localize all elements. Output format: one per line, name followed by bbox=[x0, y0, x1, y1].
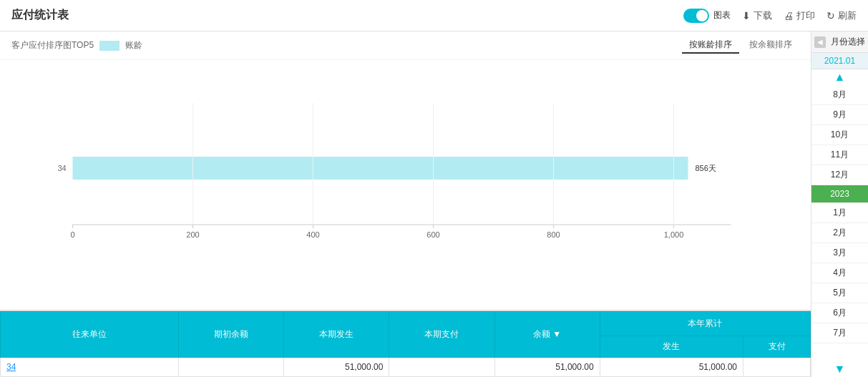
col-current-occur: 本期发生 bbox=[284, 312, 389, 358]
svg-text:800: 800 bbox=[547, 230, 560, 239]
sidebar-month-item[interactable]: 10月 bbox=[811, 125, 868, 145]
sidebar-month-item[interactable]: 8月 bbox=[811, 85, 868, 105]
col-ytd: 本年累计 bbox=[600, 312, 810, 336]
sidebar-nav-up[interactable]: ▲ bbox=[811, 69, 868, 85]
cell-current-pay bbox=[389, 358, 494, 377]
sidebar-month-item[interactable]: 4月 bbox=[811, 263, 868, 283]
sidebar-month-item[interactable]: 11月 bbox=[811, 145, 868, 165]
refresh-button[interactable]: ↻ 刷新 bbox=[826, 9, 857, 22]
col-opening: 期初余额 bbox=[179, 312, 284, 358]
print-button[interactable]: 🖨 打印 bbox=[784, 9, 815, 22]
sidebar-collapse-button[interactable]: ◀ bbox=[814, 36, 826, 48]
sidebar-month-item[interactable]: 3月 bbox=[811, 243, 868, 263]
svg-text:600: 600 bbox=[426, 230, 439, 239]
col-ytd-pay: 支付 bbox=[743, 336, 811, 358]
chart-toggle-label: 图表 bbox=[713, 9, 731, 21]
main-content: 客户应付排序图TOP5 账龄 按账龄排序 按余额排序 34 856天 bbox=[0, 31, 868, 377]
data-table: 往来单位 期初余额 本期发生 本期支付 余额 ▼ 本年累计 发生 bbox=[0, 311, 811, 377]
download-icon: ⬇ bbox=[742, 10, 751, 21]
cell-ytd-occur: 51,000.00 bbox=[600, 358, 743, 377]
table-area: 往来单位 期初余额 本期发生 本期支付 余额 ▼ 本年累计 发生 bbox=[0, 310, 811, 377]
sidebar-month-item[interactable]: 9月 bbox=[811, 105, 868, 125]
nav-down-icon[interactable]: ▼ bbox=[834, 363, 846, 376]
sidebar-title: 月份选择 bbox=[831, 36, 865, 48]
header-actions: 图表 ⬇ 下载 🖨 打印 ↻ 刷新 bbox=[683, 9, 857, 23]
download-button[interactable]: ⬇ 下载 bbox=[742, 9, 772, 22]
svg-text:400: 400 bbox=[306, 230, 319, 239]
legend-title: 客户应付排序图TOP5 bbox=[11, 39, 94, 52]
month-list: 8月9月10月11月12月20231月2月3月4月5月6月7月 bbox=[811, 85, 868, 361]
chart-legend: 客户应付排序图TOP5 账龄 bbox=[11, 39, 142, 52]
header: 应付统计表 图表 ⬇ 下载 🖨 打印 ↻ 刷新 bbox=[0, 0, 868, 31]
refresh-icon: ↻ bbox=[826, 10, 835, 21]
toggle-knob bbox=[696, 10, 708, 21]
sidebar-year-marker[interactable]: 2023 bbox=[811, 185, 868, 203]
table-row: 34 51,000.00 51,000.00 51,000.00 bbox=[1, 358, 811, 377]
sidebar-header: ◀ 月份选择 bbox=[811, 31, 868, 53]
chart-toggle-wrap[interactable]: 图表 bbox=[683, 9, 731, 23]
app-container: 应付统计表 图表 ⬇ 下载 🖨 打印 ↻ 刷新 bbox=[0, 0, 868, 377]
refresh-label: 刷新 bbox=[838, 9, 857, 22]
col-balance: 余额 ▼ bbox=[494, 312, 600, 358]
balance-sort-icon[interactable]: ▼ bbox=[552, 329, 561, 339]
print-icon: 🖨 bbox=[784, 10, 794, 21]
sidebar-month-item[interactable]: 2月 bbox=[811, 223, 868, 243]
svg-text:34: 34 bbox=[57, 164, 66, 172]
sidebar-month-item[interactable]: 1月 bbox=[811, 203, 868, 223]
sidebar: ◀ 月份选择 2021.01 ▲ 8月9月10月11月12月20231月2月3月… bbox=[811, 31, 868, 377]
chart-toggle[interactable] bbox=[683, 9, 709, 23]
sidebar-nav-down[interactable]: ▼ bbox=[811, 361, 868, 377]
chart-bar bbox=[73, 157, 688, 180]
sidebar-month-item[interactable]: 12月 bbox=[811, 165, 868, 185]
sort-by-amount-button[interactable]: 按余额排序 bbox=[742, 37, 799, 54]
sidebar-month-item[interactable]: 5月 bbox=[811, 283, 868, 303]
sort-buttons: 按账龄排序 按余额排序 bbox=[682, 37, 799, 54]
sidebar-year[interactable]: 2021.01 bbox=[811, 53, 868, 69]
print-label: 打印 bbox=[796, 9, 815, 22]
nav-up-icon[interactable]: ▲ bbox=[834, 71, 846, 84]
legend-color-box bbox=[99, 41, 120, 51]
legend-color-label: 账龄 bbox=[125, 39, 142, 52]
cell-origin: 34 bbox=[1, 358, 179, 377]
svg-text:0: 0 bbox=[70, 230, 74, 239]
page-title: 应付统计表 bbox=[11, 8, 683, 23]
sidebar-month-item[interactable]: 7月 bbox=[811, 323, 868, 343]
chart-area: 客户应付排序图TOP5 账龄 按账龄排序 按余额排序 34 856天 bbox=[0, 31, 811, 377]
sidebar-month-item[interactable]: 6月 bbox=[811, 303, 868, 323]
download-label: 下载 bbox=[754, 9, 772, 22]
cell-balance: 51,000.00 bbox=[494, 358, 600, 377]
svg-text:200: 200 bbox=[186, 230, 199, 239]
svg-text:1,000: 1,000 bbox=[664, 230, 684, 239]
origin-link[interactable]: 34 bbox=[6, 362, 16, 372]
sort-by-balance-button[interactable]: 按账龄排序 bbox=[682, 37, 739, 54]
bar-chart: 34 856天 0 200 400 600 bbox=[11, 67, 799, 275]
col-current-pay: 本期支付 bbox=[389, 312, 494, 358]
chart-container: 34 856天 0 200 400 600 bbox=[0, 60, 811, 310]
cell-ytd-pay bbox=[743, 358, 811, 377]
svg-text:856天: 856天 bbox=[696, 164, 716, 172]
cell-current-occur: 51,000.00 bbox=[284, 358, 389, 377]
col-ytd-occur: 发生 bbox=[600, 336, 743, 358]
chart-toolbar: 客户应付排序图TOP5 账龄 按账龄排序 按余额排序 bbox=[0, 31, 811, 60]
cell-opening bbox=[179, 358, 284, 377]
col-origin: 往来单位 bbox=[1, 312, 179, 358]
